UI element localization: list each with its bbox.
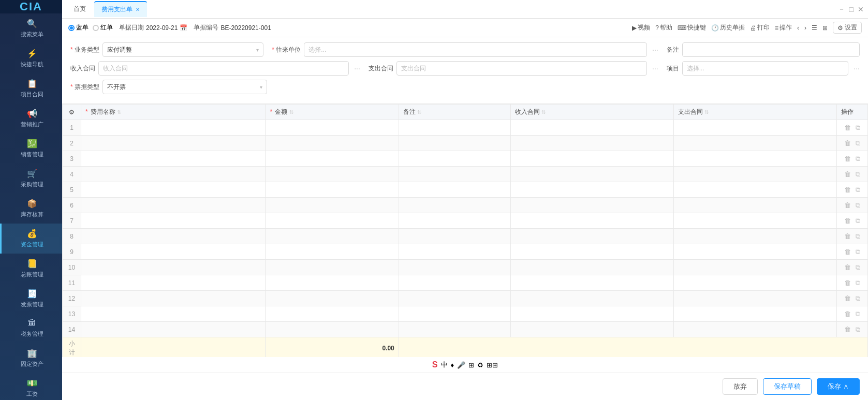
delete-row-10-icon[interactable]: 🗑 bbox=[844, 263, 851, 271]
delete-row-13-icon[interactable]: 🗑 bbox=[844, 310, 851, 318]
cell-amount-7[interactable] bbox=[266, 213, 399, 229]
sidebar-item-marketing[interactable]: 📢 营销推广 bbox=[0, 103, 62, 134]
cell-expense-contract-7[interactable] bbox=[673, 213, 836, 229]
nav-prev-btn[interactable]: ‹ bbox=[797, 24, 799, 32]
nav-next-btn[interactable]: › bbox=[804, 24, 806, 32]
cell-remark-8[interactable] bbox=[399, 229, 510, 244]
discard-button[interactable]: 放弃 bbox=[723, 378, 758, 395]
settings-button[interactable]: ⚙ 设置 bbox=[833, 22, 862, 34]
cell-expense-name-7[interactable] bbox=[81, 213, 266, 229]
delete-row-4-icon[interactable]: 🗑 bbox=[844, 170, 851, 178]
expense-contract-input[interactable]: 支出合同 bbox=[396, 61, 647, 76]
cell-expense-name-11[interactable] bbox=[81, 275, 266, 291]
copy-row-3-icon[interactable]: ⧉ bbox=[856, 155, 860, 162]
project-more[interactable]: ··· bbox=[854, 64, 860, 72]
cell-expense-name-5[interactable] bbox=[81, 182, 266, 198]
copy-row-1-icon[interactable]: ⧉ bbox=[856, 124, 860, 131]
partner-select[interactable]: 选择... bbox=[304, 42, 647, 57]
cell-expense-name-8[interactable] bbox=[81, 229, 266, 244]
cell-remark-13[interactable] bbox=[399, 306, 510, 322]
cell-expense-contract-12[interactable] bbox=[673, 291, 836, 306]
cell-remark-3[interactable] bbox=[399, 151, 510, 167]
cell-expense-name-3[interactable] bbox=[81, 151, 266, 167]
cell-income-contract-14[interactable] bbox=[510, 322, 673, 337]
sidebar-item-salary[interactable]: 💵 工资 bbox=[0, 373, 62, 400]
income-contract-input[interactable]: 收入合同 bbox=[98, 61, 349, 76]
sidebar-item-capital[interactable]: 💰 资金管理 bbox=[0, 224, 62, 254]
copy-row-9-icon[interactable]: ⧉ bbox=[856, 248, 860, 256]
delete-row-8-icon[interactable]: 🗑 bbox=[844, 232, 851, 240]
th-config[interactable]: ⚙ bbox=[63, 105, 81, 120]
view-list-btn[interactable]: ☰ bbox=[812, 24, 817, 32]
cell-expense-contract-9[interactable] bbox=[673, 244, 836, 260]
cell-amount-14[interactable] bbox=[266, 322, 399, 337]
cell-expense-name-1[interactable] bbox=[81, 120, 266, 136]
cell-amount-10[interactable] bbox=[266, 260, 399, 275]
invoice-type-select[interactable]: 不开票 ▾ bbox=[102, 80, 267, 94]
cell-amount-2[interactable] bbox=[266, 136, 399, 151]
sort-amount[interactable]: ⇅ bbox=[289, 109, 293, 115]
cell-expense-contract-1[interactable] bbox=[673, 120, 836, 136]
cell-expense-name-14[interactable] bbox=[81, 322, 266, 337]
copy-row-4-icon[interactable]: ⧉ bbox=[856, 170, 860, 178]
cell-amount-11[interactable] bbox=[266, 275, 399, 291]
cell-income-contract-10[interactable] bbox=[510, 260, 673, 275]
cell-income-contract-5[interactable] bbox=[510, 182, 673, 198]
window-close-btn[interactable]: ✕ bbox=[858, 5, 864, 13]
copy-row-6-icon[interactable]: ⧉ bbox=[856, 201, 860, 209]
cell-expense-contract-3[interactable] bbox=[673, 151, 836, 167]
cell-income-contract-9[interactable] bbox=[510, 244, 673, 260]
cell-income-contract-13[interactable] bbox=[510, 306, 673, 322]
cell-expense-name-9[interactable] bbox=[81, 244, 266, 260]
cell-expense-name-12[interactable] bbox=[81, 291, 266, 306]
calendar-icon[interactable]: 📅 bbox=[180, 24, 187, 32]
delete-row-5-icon[interactable]: 🗑 bbox=[844, 186, 851, 194]
cell-expense-contract-10[interactable] bbox=[673, 260, 836, 275]
cell-amount-4[interactable] bbox=[266, 167, 399, 182]
cell-income-contract-2[interactable] bbox=[510, 136, 673, 151]
cell-remark-10[interactable] bbox=[399, 260, 510, 275]
income-contract-more[interactable]: ··· bbox=[354, 64, 360, 72]
cell-amount-12[interactable] bbox=[266, 291, 399, 306]
sidebar-item-search-menu[interactable]: 🔍 搜索菜单 bbox=[0, 13, 62, 43]
cell-expense-name-4[interactable] bbox=[81, 167, 266, 182]
save-draft-button[interactable]: 保存草稿 bbox=[763, 378, 812, 395]
delete-row-9-icon[interactable]: 🗑 bbox=[844, 248, 851, 256]
sort-expense-name[interactable]: ⇅ bbox=[117, 109, 121, 115]
delete-row-3-icon[interactable]: 🗑 bbox=[844, 155, 851, 162]
cell-expense-contract-4[interactable] bbox=[673, 167, 836, 182]
cell-remark-2[interactable] bbox=[399, 136, 510, 151]
cell-expense-name-2[interactable] bbox=[81, 136, 266, 151]
cell-expense-contract-11[interactable] bbox=[673, 275, 836, 291]
sidebar-item-accounting[interactable]: 📒 总账管理 bbox=[0, 254, 62, 284]
cell-amount-6[interactable] bbox=[266, 198, 399, 213]
cell-expense-contract-6[interactable] bbox=[673, 198, 836, 213]
delete-row-7-icon[interactable]: 🗑 bbox=[844, 217, 851, 225]
cell-amount-3[interactable] bbox=[266, 151, 399, 167]
sidebar-item-project[interactable]: 📋 项目合同 bbox=[0, 73, 62, 103]
save-button[interactable]: 保存 ∧ bbox=[817, 378, 860, 395]
copy-row-5-icon[interactable]: ⧉ bbox=[856, 186, 860, 194]
cell-remark-1[interactable] bbox=[399, 120, 510, 136]
window-restore-btn[interactable]: □ bbox=[849, 5, 854, 13]
cell-remark-9[interactable] bbox=[399, 244, 510, 260]
cell-amount-9[interactable] bbox=[266, 244, 399, 260]
date-value[interactable]: 2022-09-21 bbox=[146, 24, 178, 32]
biz-type-select[interactable]: 应付调整 ▾ bbox=[102, 42, 263, 57]
partner-more[interactable]: ··· bbox=[652, 46, 658, 54]
delete-row-12-icon[interactable]: 🗑 bbox=[844, 294, 851, 302]
copy-row-2-icon[interactable]: ⧉ bbox=[856, 139, 860, 147]
remark-input[interactable] bbox=[682, 42, 860, 57]
tab-expense[interactable]: 费用支出单 ✕ bbox=[94, 1, 147, 17]
sidebar-item-assets[interactable]: 🏢 固定资产 bbox=[0, 343, 62, 373]
tab-expense-close[interactable]: ✕ bbox=[136, 7, 140, 12]
copy-row-8-icon[interactable]: ⧉ bbox=[856, 232, 860, 240]
tab-home[interactable]: 首页 bbox=[66, 2, 93, 17]
copy-row-7-icon[interactable]: ⧉ bbox=[856, 217, 860, 225]
print-action[interactable]: 🖨 打印 bbox=[750, 23, 770, 32]
cell-expense-name-13[interactable] bbox=[81, 306, 266, 322]
delete-row-6-icon[interactable]: 🗑 bbox=[844, 201, 851, 209]
sidebar-item-inventory[interactable]: 📦 库存核算 bbox=[0, 194, 62, 224]
cell-expense-contract-5[interactable] bbox=[673, 182, 836, 198]
sort-income[interactable]: ⇅ bbox=[541, 109, 546, 115]
